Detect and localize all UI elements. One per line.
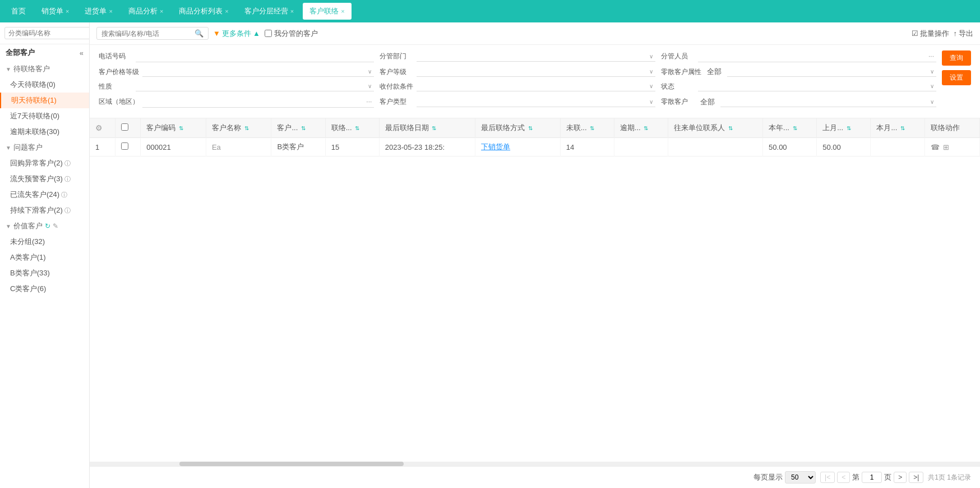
col-checkbox[interactable]: [115, 118, 141, 138]
retail-attr-select[interactable]: ∨: [727, 67, 936, 77]
nav-product-analysis-list[interactable]: 商品分析列表 ×: [172, 3, 235, 20]
gear-icon[interactable]: ⚙: [95, 123, 103, 132]
chevron-down-icon: ▼: [6, 223, 11, 229]
sidebar-item-churned[interactable]: 已流失客户(24) ⓘ: [0, 187, 89, 202]
status-select[interactable]: ∨: [698, 81, 936, 91]
chevron-up-icon: ▲: [253, 29, 260, 38]
export-button[interactable]: ↑ 导出: [954, 29, 974, 39]
first-page-button[interactable]: |<: [820, 472, 835, 483]
sort-icon: ⇅: [793, 125, 797, 131]
grid-action-icon[interactable]: ⊞: [943, 143, 949, 151]
more-icon[interactable]: ···: [928, 52, 934, 60]
col-type[interactable]: 客户... ⇅: [271, 118, 325, 138]
nav-customer-contact[interactable]: 客户联络 ×: [303, 3, 351, 20]
customer-type-select[interactable]: ∨: [417, 97, 655, 107]
nav-purchase-order[interactable]: 进货单 ×: [78, 3, 119, 20]
nav-home[interactable]: 首页: [4, 3, 33, 20]
nav-sales-order[interactable]: 销货单 ×: [35, 3, 76, 20]
price-level-select[interactable]: ∨: [142, 67, 374, 77]
sidebar-item-churn-warning[interactable]: 流失预警客户(3) ⓘ: [0, 171, 89, 187]
horizontal-scrollbar[interactable]: [90, 462, 980, 466]
refresh-icon[interactable]: ↻: [45, 222, 50, 230]
cell-no: 1: [90, 138, 115, 156]
phone-action-icon[interactable]: ☎: [931, 143, 940, 151]
filter-bar: 🔍 ▼ 更多条件 ▲ 我分管的客户 ☑ 批量操作 ↑ 导出: [90, 22, 980, 45]
customer-level-select[interactable]: ∨: [417, 67, 655, 77]
cell-last-month: 50.00: [817, 138, 871, 156]
dept-select[interactable]: ∨: [417, 52, 655, 62]
page-size-selector: 每页显示 50 100 200: [754, 471, 816, 484]
sidebar-item-abnormal-repurchase[interactable]: 回购异常客户(2) ⓘ: [0, 155, 89, 171]
sidebar-item-declining[interactable]: 持续下滑客户(2) ⓘ: [0, 202, 89, 218]
sidebar-item-overdue-contact[interactable]: 逾期未联络(30): [0, 124, 89, 140]
sort-icon: ⇅: [644, 125, 648, 131]
col-last-method[interactable]: 最后联络方式 ⇅: [475, 118, 561, 138]
sidebar-all-customers[interactable]: 全部客户 «: [0, 44, 89, 61]
scrollbar-thumb[interactable]: [179, 462, 404, 466]
col-not-contacted[interactable]: 未联... ⇅: [560, 118, 614, 138]
sidebar-item-class-c[interactable]: C类客户(6): [0, 281, 89, 297]
page-size-select[interactable]: 50 100 200: [785, 471, 816, 484]
col-name[interactable]: 客户名称 ⇅: [206, 118, 271, 138]
sidebar-item-today-contact[interactable]: 今天待联络(0): [0, 77, 89, 93]
nav-customer-tier[interactable]: 客户分层经营 ×: [238, 3, 301, 20]
row-checkbox[interactable]: [121, 142, 128, 150]
sidebar-item-tomorrow-contact[interactable]: 明天待联络(1): [0, 93, 89, 108]
col-overdue[interactable]: 逾期... ⇅: [614, 118, 668, 138]
cell-check[interactable]: [115, 138, 141, 156]
col-this-year[interactable]: 本年... ⇅: [763, 118, 817, 138]
last-method-link[interactable]: 下销货单: [481, 142, 510, 151]
search-box[interactable]: 🔍: [96, 27, 209, 40]
page-number-input[interactable]: [862, 472, 882, 483]
col-code[interactable]: 客户编码 ⇅: [141, 118, 206, 138]
cell-code: 000021: [141, 138, 206, 156]
sort-icon: ⇅: [355, 125, 359, 131]
phone-input[interactable]: [136, 50, 374, 62]
settings-button[interactable]: 设置: [942, 70, 971, 85]
payment-select[interactable]: ∨: [417, 81, 655, 91]
col-this-month[interactable]: 本月... ⇅: [871, 118, 924, 138]
last-page-button[interactable]: >|: [909, 472, 923, 483]
col-last-month[interactable]: 上月... ⇅: [817, 118, 871, 138]
close-icon[interactable]: ×: [290, 8, 294, 15]
nav-product-analysis[interactable]: 商品分析 ×: [122, 3, 170, 20]
close-icon[interactable]: ×: [109, 8, 112, 15]
search-input[interactable]: [101, 30, 195, 38]
edit-icon[interactable]: ✎: [53, 222, 58, 230]
manager-select[interactable]: ···: [698, 50, 936, 62]
col-name-label: 客户名称: [212, 123, 241, 132]
chevron-down-icon: ∨: [930, 99, 934, 105]
sidebar-item-class-a[interactable]: A类客户(1): [0, 250, 89, 265]
search-icon[interactable]: 🔍: [195, 29, 204, 38]
close-icon[interactable]: ×: [66, 8, 69, 15]
sort-icon: ⇅: [528, 125, 533, 131]
region-select[interactable]: ···: [142, 96, 374, 108]
close-icon[interactable]: ×: [225, 8, 228, 15]
col-company-contact[interactable]: 往来单位联系人 ⇅: [668, 118, 763, 138]
batch-operation-button[interactable]: ☑ 批量操作: [912, 29, 949, 39]
next-page-button[interactable]: >: [894, 472, 907, 483]
sidebar-item-7days-contact[interactable]: 近7天待联络(0): [0, 108, 89, 124]
prev-page-button[interactable]: <: [837, 472, 850, 483]
nature-select[interactable]: ∨: [136, 81, 374, 91]
retail-customer-select[interactable]: ∨: [720, 97, 936, 107]
col-settings[interactable]: ⚙: [90, 118, 115, 138]
my-customers-checkbox-label[interactable]: 我分管的客户: [265, 29, 318, 39]
more-conditions-button[interactable]: ▼ 更多条件 ▲: [213, 29, 260, 39]
my-customers-checkbox[interactable]: [265, 30, 272, 37]
chevron-down-icon: ▼: [6, 66, 11, 72]
cell-last-method[interactable]: 下销货单: [475, 138, 561, 156]
sidebar-search-input[interactable]: [4, 27, 90, 39]
close-icon[interactable]: ×: [160, 8, 163, 15]
query-button[interactable]: 查询: [942, 50, 971, 66]
col-last-date[interactable]: 最后联络日期 ⇅: [379, 118, 475, 138]
col-contact[interactable]: 联络... ⇅: [325, 118, 379, 138]
advanced-filter-panel: 电话号码 分管部门 ∨ 分管人员: [90, 45, 980, 118]
sidebar-item-ungrouped[interactable]: 未分组(32): [0, 234, 89, 250]
sidebar-item-class-b[interactable]: B类客户(33): [0, 265, 89, 281]
cell-name: Ea: [206, 138, 271, 156]
collapse-icon[interactable]: «: [80, 49, 84, 57]
close-icon[interactable]: ×: [341, 8, 344, 15]
select-all-checkbox[interactable]: [121, 123, 128, 131]
more-icon[interactable]: ···: [366, 98, 372, 105]
